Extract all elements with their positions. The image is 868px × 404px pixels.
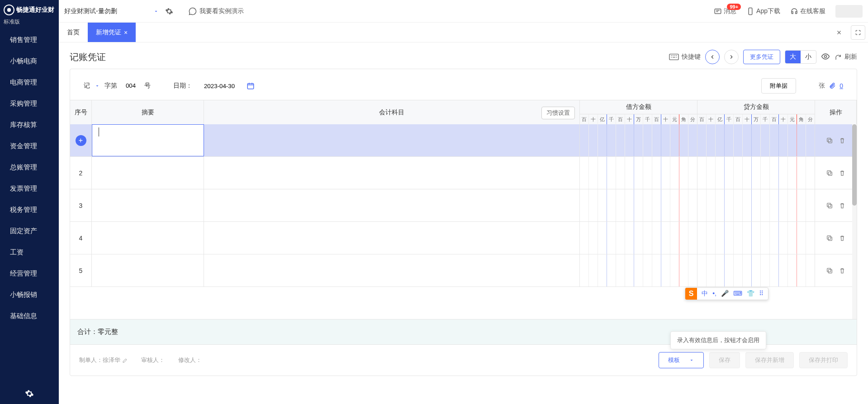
eye-icon xyxy=(821,52,830,61)
nav-tax[interactable]: 税务管理 xyxy=(0,199,59,221)
org-selector[interactable]: 好业财测试-量勿删 xyxy=(64,7,159,15)
ime-menu-icon[interactable]: ⠿ xyxy=(759,290,764,298)
scrollbar[interactable] xyxy=(852,124,857,319)
nav-purchase[interactable]: 采购管理 xyxy=(0,93,59,114)
settings-icon[interactable] xyxy=(165,7,173,15)
chevron-down-icon xyxy=(689,357,694,363)
chevron-down-icon xyxy=(153,9,159,14)
nav-ecommerce[interactable]: 电商管理 xyxy=(0,72,59,93)
nav-ledger[interactable]: 总账管理 xyxy=(0,157,59,178)
svg-point-3 xyxy=(825,55,827,57)
keyboard-icon xyxy=(669,53,679,61)
topbar: 好业财测试-量勿删 我要看实例演示 消息 99+ App下载 xyxy=(59,0,868,23)
svg-rect-1 xyxy=(749,8,752,14)
next-button[interactable] xyxy=(724,50,739,64)
date-input[interactable] xyxy=(197,83,242,89)
voucher-number-input[interactable] xyxy=(122,82,140,89)
sidebar-nav: 销售管理 小畅电商 电商管理 采购管理 库存核算 资金管理 总账管理 发票管理 … xyxy=(0,29,59,385)
tab-new-voucher[interactable]: 新增凭证 × xyxy=(88,23,136,42)
header-credit: 贷方金额 百十亿千百十万千百十元角分 xyxy=(697,100,815,124)
page-title: 记账凭证 xyxy=(70,51,106,63)
account-cell[interactable] xyxy=(204,124,580,156)
template-button[interactable]: 模板 xyxy=(659,352,704,368)
table-row[interactable]: + xyxy=(70,124,857,157)
nav-ecommerce-xc[interactable]: 小畅电商 xyxy=(0,51,59,72)
nav-invoice[interactable]: 发票管理 xyxy=(0,178,59,199)
phone-icon xyxy=(746,7,754,15)
save-button: 保存 xyxy=(709,352,740,368)
edition-label: 标准版 xyxy=(0,17,59,27)
chevron-down-icon[interactable] xyxy=(95,83,100,89)
habit-settings-button[interactable]: 习惯设置 xyxy=(541,107,575,119)
clip-icon[interactable] xyxy=(829,82,836,89)
size-small[interactable]: 小 xyxy=(801,51,816,63)
app-download[interactable]: App下载 xyxy=(746,7,780,15)
account-cell[interactable] xyxy=(204,157,580,189)
messages-button[interactable]: 消息 99+ xyxy=(714,7,736,15)
ime-punct[interactable]: •, xyxy=(712,290,716,298)
sheet-count: 张 0 xyxy=(819,82,843,90)
clip-count[interactable]: 0 xyxy=(840,82,843,89)
ime-skin-icon[interactable]: 👕 xyxy=(747,290,754,298)
logo-icon xyxy=(4,5,14,15)
voucher-prefix[interactable]: 记 xyxy=(84,82,90,90)
avatar[interactable] xyxy=(835,5,863,18)
ime-lang[interactable]: 中 xyxy=(702,290,708,298)
suffix-label: 号 xyxy=(144,82,151,90)
fullscreen-button[interactable] xyxy=(851,25,865,40)
shortcut-button[interactable]: 快捷键 xyxy=(669,53,701,61)
nav-assets[interactable]: 固定资产 xyxy=(0,221,59,242)
main-area: 好业财测试-量勿删 我要看实例演示 消息 99+ App下载 xyxy=(59,0,868,404)
sidebar-settings[interactable] xyxy=(0,385,59,404)
voucher-card: 记 字第 号 日期： 附单据 张 0 序号 摘要 xyxy=(70,69,857,376)
nav-inventory[interactable]: 库存核算 xyxy=(0,114,59,136)
gear-icon xyxy=(25,389,34,398)
more-vouchers-button[interactable]: 更多凭证 xyxy=(743,50,780,64)
message-badge: 99+ xyxy=(727,4,741,10)
header-summary: 摘要 xyxy=(92,100,204,124)
credit-digits: 百十亿千百十万千百十元角分 xyxy=(697,114,815,124)
nav-salary[interactable]: 工资 xyxy=(0,242,59,263)
arrow-right-icon xyxy=(728,54,735,60)
sidebar: 畅捷通好业财 标准版 销售管理 小畅电商 电商管理 采购管理 库存核算 资金管理… xyxy=(0,0,59,404)
nav-operations[interactable]: 经营管理 xyxy=(0,263,59,284)
footer: 制单人：徐泽华 审核人： 修改人： 模板 保存 保存并新增 保存并打印 录入有效… xyxy=(70,345,857,376)
org-name: 好业财测试-量勿删 xyxy=(64,7,117,15)
brand-name: 畅捷通好业财 xyxy=(16,6,54,14)
close-icon[interactable]: × xyxy=(124,29,128,36)
account-cell[interactable] xyxy=(204,222,580,254)
tab-home[interactable]: 首页 xyxy=(59,23,88,42)
size-toggle: 大 小 xyxy=(785,50,816,64)
refresh-icon xyxy=(835,53,842,61)
demo-link[interactable]: 我要看实例演示 xyxy=(189,7,244,15)
attach-button[interactable]: 附单据 xyxy=(761,78,796,94)
message-icon xyxy=(714,7,722,15)
header-ops: 操作 xyxy=(815,100,857,124)
svg-rect-2 xyxy=(669,54,678,60)
date-label: 日期： xyxy=(173,82,192,90)
modifier-label: 修改人： xyxy=(178,356,202,364)
account-cell[interactable] xyxy=(204,254,580,287)
page-header: 记账凭证 快捷键 更多凭证 大 小 xyxy=(59,42,868,69)
edit-icon[interactable] xyxy=(122,358,128,363)
refresh-button[interactable]: 刷新 xyxy=(835,53,857,61)
nav-funds[interactable]: 资金管理 xyxy=(0,136,59,157)
customer-service[interactable]: 在线客服 xyxy=(790,7,825,15)
nav-basic[interactable]: 基础信息 xyxy=(0,305,59,327)
nav-sales[interactable]: 销售管理 xyxy=(0,29,59,51)
calendar-icon[interactable] xyxy=(247,82,255,90)
ime-keyboard-icon[interactable]: ⌨ xyxy=(733,290,742,298)
tab-bar: 首页 新增凭证 × xyxy=(59,23,868,42)
prev-button[interactable] xyxy=(705,50,720,64)
headset-icon xyxy=(790,7,798,15)
tab-close-button[interactable] xyxy=(832,25,846,40)
ime-toolbar[interactable]: S 中 •, 🎤 ⌨ 👕 ⠿ xyxy=(685,287,768,300)
account-cell[interactable] xyxy=(204,189,580,221)
x-icon xyxy=(836,29,842,36)
ime-mic-icon[interactable]: 🎤 xyxy=(721,290,729,298)
size-large[interactable]: 大 xyxy=(785,51,801,63)
add-row-button[interactable]: + xyxy=(76,135,86,146)
fullscreen-icon xyxy=(855,29,861,36)
nav-expense[interactable]: 小畅报销 xyxy=(0,284,59,305)
preview-button[interactable] xyxy=(821,52,830,62)
